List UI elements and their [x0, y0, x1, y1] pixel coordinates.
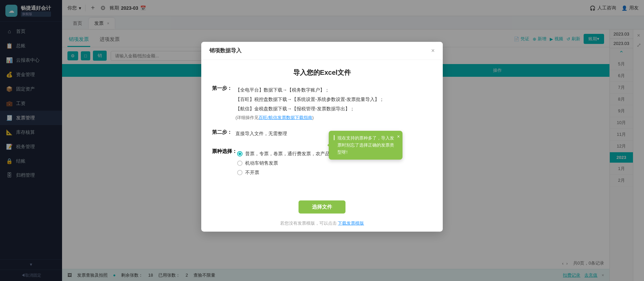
radio-label-3: 不开票 — [245, 170, 259, 176]
import-modal: 销项数据导入 × 导入您的Excel文件 第一步： 【全电平台】数据下载→【税务… — [201, 42, 443, 232]
modal-title: 销项数据导入 — [209, 47, 241, 54]
step1-line2: 【百旺】税控盘数据下载→【系统设置-系统参数设置-发票批量导入】； — [235, 95, 384, 104]
tooltip-bubble: × | 现在支持的票种多了，导入发票时别忘了选择正确的发票类型呀! — [329, 131, 402, 160]
modal-close-btn[interactable]: × — [431, 47, 435, 54]
modal-main-title: 导入您的Excel文件 — [212, 68, 432, 77]
step1-hint: (详细操作见百旺/航信发票数据下载指南) — [235, 113, 384, 122]
tooltip-bar: | — [333, 135, 335, 140]
step1-content: 【全电平台】数据下载→【税务数字账户】； 【百旺】税控盘数据下载→【系统设置-系… — [235, 85, 384, 122]
radio-item-3[interactable]: 不开票 — [237, 170, 348, 176]
modal-bottom-note: 若您没有发票模版，可以点击 下载发票模版 — [201, 220, 443, 232]
radio-label: 票种选择： — [212, 145, 237, 155]
step2-label: 第二步： — [212, 129, 235, 135]
guide-link[interactable]: 百旺/航信发票数据下载指南 — [259, 115, 312, 120]
step2-content: 直接导入文件，无需整理 — [235, 129, 287, 138]
radio-circle-1 — [237, 151, 243, 157]
radio-item-2[interactable]: 机动车销售发票 — [237, 160, 348, 166]
tooltip-close-btn[interactable]: × — [397, 133, 400, 140]
radio-circle-3 — [237, 170, 243, 175]
radio-label-2: 机动车销售发票 — [245, 160, 278, 166]
download-template-link[interactable]: 下载发票模版 — [338, 221, 364, 226]
step1-line3: 【航信】金税盘数据下载→【报税管理-发票数据导出】； — [235, 104, 384, 113]
tooltip-text: 现在支持的票种多了，导入发票时别忘了选择正确的发票类型呀! — [337, 135, 398, 156]
modal-header: 销项数据导入 × — [201, 42, 443, 60]
step1-section: 第一步： 【全电平台】数据下载→【税务数字账户】； 【百旺】税控盘数据下载→【系… — [212, 85, 432, 122]
radio-circle-2 — [237, 161, 243, 166]
step1-label: 第一步： — [212, 85, 235, 92]
select-file-btn[interactable]: 选择文件 — [299, 201, 345, 214]
modal-footer: 选择文件 — [201, 196, 443, 220]
step1-line1: 【全电平台】数据下载→【税务数字账户】； — [235, 85, 384, 95]
modal-body: 导入您的Excel文件 第一步： 【全电平台】数据下载→【税务数字账户】； 【百… — [201, 60, 443, 196]
